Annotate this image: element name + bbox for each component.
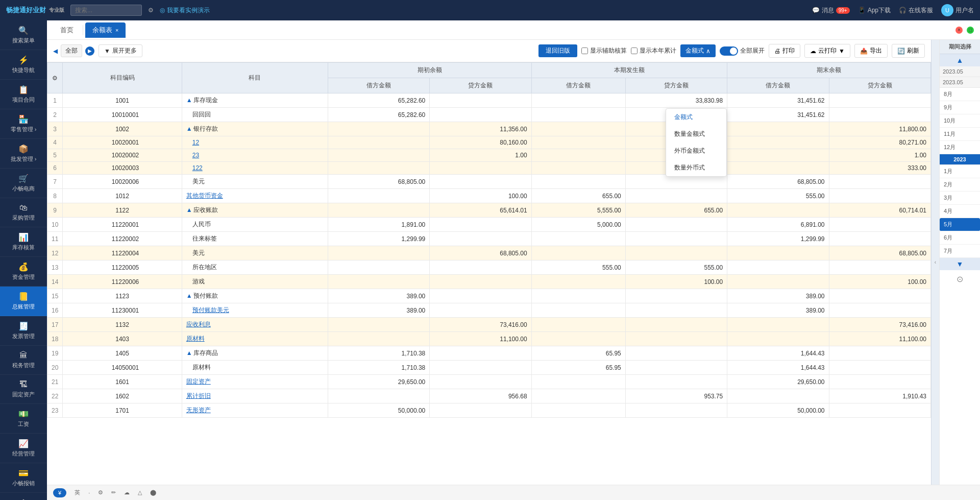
sidebar-item-basic[interactable]: ℹ 基础信息 [0,493,47,500]
month-11[interactable]: 11月 [940,128,980,141]
sidebar-item-retail[interactable]: 🏪 零售管理 › [0,109,47,139]
sidebar-item-expense[interactable]: 💳 小畅报销 [0,463,47,493]
expand-all-toggle[interactable]: 全部展开 [720,46,765,56]
cell-subject[interactable]: 预付账款美元 [182,303,328,318]
status-triangle-icon[interactable]: △ [138,489,142,496]
sidebar-item-quicknav[interactable]: ⚡ 快捷导航 [0,50,47,80]
sidebar-item-project[interactable]: 📋 项目合同 [0,80,47,109]
show-yearly-check[interactable]: 显示本年累计 [631,46,676,55]
breadcrumb-right-icon[interactable]: ▶ [85,46,94,56]
sidebar-item-tax[interactable]: 🏛 税务管理 [0,346,47,375]
cell-subject[interactable]: 应收利息 [182,318,328,332]
tab-home[interactable]: 首页 [53,22,81,38]
period-collapse-btn[interactable]: ‹ [931,40,939,485]
status-settings-icon[interactable]: ⚙ [98,489,103,496]
format-item-qty-foreign[interactable]: 数量外币式 [666,159,726,176]
status-circle-icon[interactable]: ⬤ [150,489,156,496]
app-download-btn[interactable]: 📱 App下载 [858,6,891,15]
user-profile[interactable]: U 用户名 [941,4,974,16]
sidebar-label-capital: 资金管理 [2,273,45,281]
sidebar-item-wholesale[interactable]: 📦 批发管理 › [0,139,47,169]
sidebar-item-capital[interactable]: 💰 资金管理 [0,257,47,287]
cell-subject: 人民币 [182,218,328,232]
win-close-btn[interactable]: × [955,27,963,34]
cell-end-credit [829,108,930,122]
month-2[interactable]: 2月 [940,178,980,192]
sidebar-item-operations[interactable]: 📈 经营管理 [0,434,47,463]
cell-subject[interactable]: 原材料 [182,332,328,346]
status-lang[interactable]: 英 [75,489,80,496]
subsidiary-checkbox[interactable] [581,47,588,54]
month-12[interactable]: 12月 [940,141,980,154]
cell-cur-credit [625,218,727,232]
cell-subject[interactable]: 12 [182,136,328,149]
cell-subject[interactable]: 固定资产 [182,375,328,389]
month-3[interactable]: 3月 [940,192,980,205]
period-up-btn[interactable]: ▲ [940,54,980,66]
tab-close-btn[interactable]: × [115,27,118,33]
month-7[interactable]: 7月 [940,245,980,258]
sidebar-item-ecommerce[interactable]: 🛒 小畅电商 [0,169,47,198]
sidebar-item-invoice[interactable]: 🧾 发票管理 [0,316,47,346]
cell-end-debit: 389.00 [727,303,829,318]
cell-open-credit: 11,100.00 [430,332,531,346]
month-9[interactable]: 9月 [940,101,980,114]
cell-subject[interactable]: 其他货币资金 [182,189,328,203]
toggle-expand-switch[interactable] [720,46,738,56]
cell-code: 11220006 [63,275,182,289]
settings-icon[interactable]: ⚙ [148,7,154,14]
month-4[interactable]: 4月 [940,205,980,218]
cell-cur-debit: 555.00 [531,260,625,275]
sidebar-item-salary[interactable]: 💵 工资 [0,404,47,434]
print-btn[interactable]: 🖨 打印 [769,44,800,58]
status-cloud-icon[interactable]: ☁ [124,489,130,496]
cloud-print-btn[interactable]: ☁ 云打印 ▼ [804,44,850,58]
online-service-btn[interactable]: 🎧 在线客服 [899,6,933,15]
format-item-amount[interactable]: 金额式 [666,109,726,126]
export-btn[interactable]: 📤 导出 [854,44,888,58]
format-item-qty-amount[interactable]: 数量金额式 [666,126,726,142]
yearly-checkbox[interactable] [631,47,638,54]
cell-subject: ▲预付账款 [182,289,328,303]
sidebar-item-search[interactable]: 🔍 搜索菜单 [0,20,47,50]
cell-no: 5 [47,149,63,162]
expand-more-btn[interactable]: ▼ 展开更多 [99,44,142,57]
format-dropdown-btn[interactable]: 金额式 ∧ [680,44,716,57]
month-8[interactable]: 8月 [940,88,980,101]
cell-end-credit: 100.00 [829,275,930,289]
content-area: 首页 余额表 × × □ ◀ 全部 [47,20,980,500]
refresh-btn[interactable]: 🔄 刷新 [892,44,925,58]
currency-btn[interactable]: ¥ [53,488,66,497]
breadcrumb-btn[interactable]: 全部 [61,44,82,57]
sidebar-item-assets[interactable]: 🏗 固定资产 [0,375,47,404]
cell-open-debit [328,162,429,175]
demo-link[interactable]: ◎ 我要看实例演示 [160,6,210,15]
cell-cur-debit [531,403,625,418]
sidebar-item-ledger[interactable]: 📒 总账管理 [0,287,47,316]
month-5[interactable]: 5月 [940,218,980,231]
tab-balance-sheet[interactable]: 余额表 × [85,22,126,38]
month-1[interactable]: 1月 [940,165,980,178]
cell-end-debit: 6,891.00 [727,218,829,232]
cell-subject[interactable]: 122 [182,162,328,175]
sidebar-item-inventory[interactable]: 📊 库存核算 [0,227,47,257]
month-10[interactable]: 10月 [940,114,980,128]
cell-open-debit: 1,710.38 [328,346,429,361]
format-item-foreign-amount[interactable]: 外币金额式 [666,142,726,159]
top-search-input[interactable] [70,5,142,16]
period-down-btn[interactable]: ▼ [940,258,980,270]
cell-no: 13 [47,260,63,275]
month-6[interactable]: 6月 [940,231,980,245]
cell-subject[interactable]: 无形资产 [182,403,328,418]
cell-subject[interactable]: 累计折旧 [182,389,328,403]
period-collapse-circle[interactable]: ⊙ [940,270,980,288]
period-panel: 期间选择 ▲ 2023.05 2023.05 8月 9月 10月 11月 12月… [939,40,980,485]
cell-subject[interactable]: 23 [182,149,328,162]
message-btn[interactable]: 💬 消息 99+ [812,6,850,15]
return-old-btn[interactable]: 退回旧版 [538,44,577,57]
cell-open-debit: 1,891.00 [328,218,429,232]
win-max-btn[interactable]: □ [967,27,974,34]
status-edit-icon[interactable]: ✏ [111,489,116,496]
show-subsidiary-check[interactable]: 显示辅助核算 [581,46,627,55]
sidebar-item-purchase[interactable]: 🛍 采购管理 [0,198,47,227]
